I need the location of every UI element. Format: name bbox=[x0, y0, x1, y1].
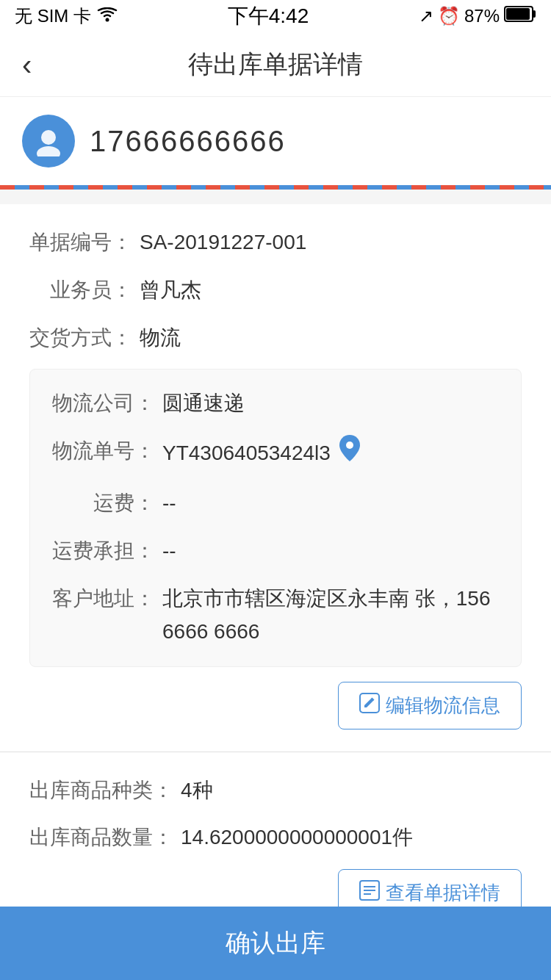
edit-logistics-button-row: 编辑物流信息 bbox=[29, 682, 522, 729]
view-details-label: 查看单据详情 bbox=[386, 880, 500, 906]
document-icon bbox=[359, 880, 380, 906]
tracking-no-label: 物流单号： bbox=[52, 435, 155, 468]
alarm-icon: ⏰ bbox=[438, 6, 460, 26]
freight-bearer-row: 运费承担： -- bbox=[52, 535, 499, 568]
address-label: 客户地址： bbox=[52, 583, 155, 616]
edit-logistics-label: 编辑物流信息 bbox=[386, 693, 500, 718]
status-right: ↗ ⏰ 87% bbox=[419, 6, 536, 26]
svg-rect-2 bbox=[533, 10, 536, 18]
freight-row: 运费： -- bbox=[52, 487, 499, 520]
salesperson-row: 业务员： 曾凡杰 bbox=[29, 274, 522, 307]
delivery-method-value: 物流 bbox=[140, 322, 522, 355]
salesperson-label: 业务员： bbox=[29, 274, 132, 307]
confirm-button-label: 确认出库 bbox=[226, 926, 325, 960]
svg-point-4 bbox=[41, 130, 56, 145]
freight-value: -- bbox=[162, 487, 499, 520]
svg-point-5 bbox=[37, 146, 60, 156]
battery-label: 87% bbox=[464, 6, 500, 26]
status-bar: 无 SIM 卡 下午4:42 ↗ ⏰ 87% bbox=[0, 0, 551, 32]
document-no-label: 单据编号： bbox=[29, 226, 132, 259]
edit-icon bbox=[359, 693, 380, 718]
logistics-company-label: 物流公司： bbox=[52, 387, 155, 420]
goods-quantity-value: 14.6200000000000001件 bbox=[181, 821, 522, 854]
svg-rect-3 bbox=[506, 8, 530, 20]
tracking-no-value: YT43064053424l3 bbox=[162, 435, 499, 472]
freight-bearer-label: 运费承担： bbox=[52, 535, 155, 568]
logistics-company-value: 圆通速递 bbox=[162, 387, 499, 420]
address-row: 客户地址： 北京市市辖区海淀区永丰南 张，156 6666 6666 bbox=[52, 583, 499, 649]
logistics-section: 物流公司： 圆通速递 物流单号： YT43064053424l3 运费： bbox=[29, 369, 522, 666]
freight-bearer-value: -- bbox=[162, 535, 499, 568]
avatar bbox=[22, 115, 75, 167]
delivery-method-label: 交货方式： bbox=[29, 322, 132, 355]
customer-phone: 17666666666 bbox=[90, 125, 286, 158]
edit-logistics-button[interactable]: 编辑物流信息 bbox=[338, 682, 522, 729]
page-title: 待出库单据详情 bbox=[188, 48, 363, 82]
goods-types-label: 出库商品种类： bbox=[29, 774, 173, 807]
wifi-icon bbox=[97, 6, 118, 26]
logistics-company-row: 物流公司： 圆通速递 bbox=[52, 387, 499, 420]
back-button[interactable]: ‹ bbox=[22, 50, 32, 79]
status-time: 下午4:42 bbox=[228, 2, 309, 30]
goods-quantity-label: 出库商品数量： bbox=[29, 821, 173, 854]
goods-types-row: 出库商品种类： 4种 bbox=[29, 774, 522, 807]
svg-point-6 bbox=[346, 442, 353, 449]
customer-header: 17666666666 bbox=[0, 97, 551, 185]
nav-bar: ‹ 待出库单据详情 bbox=[0, 32, 551, 97]
tracking-no-row: 物流单号： YT43064053424l3 bbox=[52, 435, 499, 472]
status-left: 无 SIM 卡 bbox=[15, 4, 118, 28]
document-no-row: 单据编号： SA-20191227-001 bbox=[29, 226, 522, 259]
goods-types-value: 4种 bbox=[181, 774, 522, 807]
location-status-icon: ↗ bbox=[419, 6, 433, 26]
freight-label: 运费： bbox=[52, 487, 155, 520]
document-no-value: SA-20191227-001 bbox=[140, 226, 522, 259]
salesperson-value: 曾凡杰 bbox=[140, 274, 522, 307]
goods-quantity-row: 出库商品数量： 14.6200000000000001件 bbox=[29, 821, 522, 854]
svg-point-0 bbox=[106, 18, 109, 22]
basic-info-section: 单据编号： SA-20191227-001 业务员： 曾凡杰 交货方式： 物流 … bbox=[0, 204, 551, 752]
sim-label: 无 SIM 卡 bbox=[15, 4, 91, 28]
delivery-method-row: 交货方式： 物流 bbox=[29, 322, 522, 355]
dashed-divider bbox=[0, 185, 551, 190]
address-value: 北京市市辖区海淀区永丰南 张，156 6666 6666 bbox=[162, 583, 499, 649]
battery-icon bbox=[504, 6, 536, 26]
tracking-location-icon[interactable] bbox=[338, 435, 361, 472]
confirm-button[interactable]: 确认出库 bbox=[0, 907, 551, 980]
